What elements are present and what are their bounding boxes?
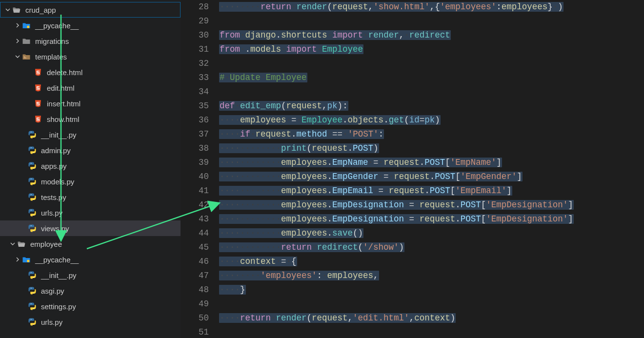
html-icon xyxy=(33,114,43,124)
svg-rect-2 xyxy=(24,58,26,58)
code-line[interactable]: ············employees.EmpGender·=·reques… xyxy=(220,170,644,184)
file-__init__-py[interactable]: __init__.py xyxy=(0,267,181,283)
code-line[interactable]: ····if·request.method·==·'POST': xyxy=(220,127,644,141)
code-line[interactable] xyxy=(220,57,644,71)
svg-rect-1 xyxy=(24,57,25,57)
svg-point-15 xyxy=(31,225,32,226)
file-explorer[interactable]: crud_app __pycache__ migrations template… xyxy=(0,0,181,338)
file-insert-html[interactable]: insert.html xyxy=(0,96,181,111)
code-line[interactable]: ············employees.EmpDesignation·=·r… xyxy=(220,212,644,226)
code-content[interactable]: ········return·render(request,'show.html… xyxy=(220,0,644,338)
code-line[interactable] xyxy=(220,85,644,99)
chevron-right-icon xyxy=(14,37,21,45)
svg-point-19 xyxy=(33,278,34,278)
chevron-down-icon xyxy=(14,53,21,60)
code-line[interactable]: ············employees.EmpEmail·=·request… xyxy=(220,184,644,198)
code-line[interactable] xyxy=(220,325,644,338)
svg-point-21 xyxy=(33,293,34,294)
folder-icon xyxy=(21,255,31,264)
svg-point-22 xyxy=(31,303,32,304)
code-line[interactable]: #·Update·Employee xyxy=(220,71,644,85)
code-line[interactable] xyxy=(220,297,644,311)
folder-label: crud_app xyxy=(25,6,56,14)
svg-point-17 xyxy=(27,259,29,262)
folder-label: employee xyxy=(30,240,62,248)
svg-point-5 xyxy=(31,147,32,148)
python-icon xyxy=(27,192,37,202)
file-settings-py[interactable]: settings.py xyxy=(0,298,181,314)
python-icon xyxy=(27,317,37,327)
svg-point-9 xyxy=(31,179,32,179)
file-label: urls.py xyxy=(41,209,62,217)
code-line[interactable]: ····context·=·{ xyxy=(220,255,644,269)
python-icon xyxy=(27,145,37,155)
file-models-py[interactable]: models.py xyxy=(0,174,181,189)
folder-icon xyxy=(21,20,31,30)
folder-templates-icon xyxy=(21,52,31,61)
folder-pycache[interactable]: __pycache__ xyxy=(0,18,181,33)
svg-point-6 xyxy=(33,153,34,154)
code-line[interactable] xyxy=(220,14,644,28)
code-line[interactable]: from·django.shortcuts·import·render,·red… xyxy=(220,28,644,42)
file-tests-py[interactable]: tests.py xyxy=(0,189,181,205)
file-edit-html[interactable]: edit.html xyxy=(0,80,181,96)
svg-point-12 xyxy=(33,199,34,200)
file-urls-py[interactable]: urls.py xyxy=(0,314,181,330)
chevron-right-icon xyxy=(14,256,21,263)
python-icon xyxy=(27,130,37,139)
code-editor[interactable]: 2829303132333435363738394041424344454647… xyxy=(181,0,644,338)
file-__init__-py[interactable]: __init__.py xyxy=(0,127,181,142)
python-icon xyxy=(27,161,37,171)
file-delete-html[interactable]: delete.html xyxy=(0,64,181,80)
code-line[interactable]: ············employees.EmpName·=·request.… xyxy=(220,156,644,170)
file-label: apps.py xyxy=(41,162,67,170)
file-admin-py[interactable]: admin.py xyxy=(0,142,181,158)
file-label: __init__.py xyxy=(41,271,77,279)
folder-employee[interactable]: employee xyxy=(0,236,181,252)
folder-label: migrations xyxy=(35,37,69,45)
svg-point-8 xyxy=(33,168,34,169)
code-line[interactable]: ············employees.save() xyxy=(220,226,644,240)
svg-point-24 xyxy=(31,319,32,320)
code-line[interactable]: ············print(request.POST) xyxy=(220,141,644,156)
svg-point-0 xyxy=(27,25,29,28)
code-line[interactable]: def·edit_emp(request,pk): xyxy=(220,99,644,113)
svg-point-16 xyxy=(33,231,34,232)
code-line[interactable]: ····employees·=·Employee.objects.get(id=… xyxy=(220,113,644,127)
code-line[interactable]: ····return·render(request,'edit.html',co… xyxy=(220,311,644,325)
file-label: settings.py xyxy=(41,302,76,311)
 xyxy=(20,318,27,326)
python-icon xyxy=(27,301,37,311)
folder-crud-app[interactable]: crud_app xyxy=(0,2,181,18)
svg-point-23 xyxy=(33,309,34,310)
file-asgi-py[interactable]: asgi.py xyxy=(0,283,181,298)
file-label: delete.html xyxy=(47,68,82,77)
 xyxy=(20,271,27,279)
code-line[interactable]: ········'employees':·employees, xyxy=(220,269,644,283)
code-line[interactable]: ········return·render(request,'show.html… xyxy=(220,0,644,14)
svg-point-14 xyxy=(33,215,34,216)
code-line[interactable]: from·.models·import·Employee xyxy=(220,42,644,57)
svg-point-13 xyxy=(31,210,32,211)
html-icon xyxy=(33,99,43,108)
folder-__pycache__[interactable]: __pycache__ xyxy=(0,252,181,267)
chevron-down-icon xyxy=(4,6,12,14)
 xyxy=(20,287,27,295)
folder-label: __pycache__ xyxy=(35,21,79,30)
file-label: insert.html xyxy=(47,99,80,108)
file-urls-py[interactable]: urls.py xyxy=(0,205,181,220)
python-icon xyxy=(27,270,37,280)
python-icon xyxy=(27,208,37,218)
folder-migrations[interactable]: migrations xyxy=(0,33,181,49)
code-line[interactable]: ····} xyxy=(220,283,644,297)
folder-templates[interactable]: templates xyxy=(0,49,181,64)
code-line[interactable]: ············return·redirect('/show') xyxy=(220,240,644,255)
file-apps-py[interactable]: apps.py xyxy=(0,158,181,174)
code-line[interactable]: ············employees.EmpDesignation·=·r… xyxy=(220,198,644,212)
file-label: models.py xyxy=(41,178,74,186)
python-icon xyxy=(27,286,37,296)
file-views-py[interactable]: views.py xyxy=(0,220,181,236)
svg-point-10 xyxy=(33,184,34,185)
file-show-html[interactable]: show.html xyxy=(0,111,181,127)
svg-point-25 xyxy=(33,324,34,325)
